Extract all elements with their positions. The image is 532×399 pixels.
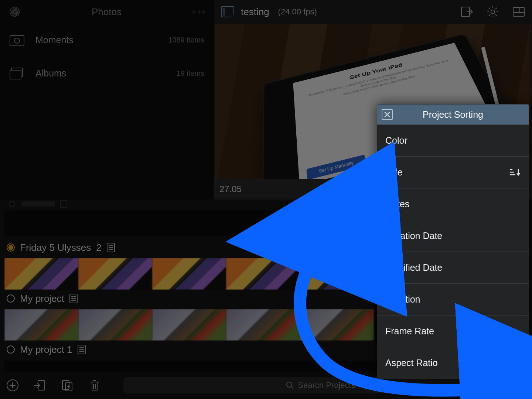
moments-icon: [9, 34, 25, 47]
svg-point-13: [491, 10, 495, 14]
svg-point-19: [287, 382, 292, 387]
project-name: My project: [20, 293, 64, 304]
popup-header: Project Sorting: [377, 105, 529, 125]
sort-direction-icon: [509, 168, 521, 177]
add-button[interactable]: [5, 378, 20, 393]
notes-icon[interactable]: [69, 294, 78, 303]
play-button[interactable]: [361, 183, 372, 195]
sort-option-notes[interactable]: Notes: [377, 188, 529, 220]
import-button[interactable]: [33, 378, 47, 393]
sort-option-frame-rate[interactable]: Frame Rate: [377, 315, 529, 347]
search-placeholder: Search Projects: [298, 381, 355, 390]
more-icon[interactable]: [193, 11, 205, 13]
photos-title: Photos: [0, 6, 213, 18]
notes-icon[interactable]: [107, 243, 115, 252]
project-marker-icon[interactable]: [7, 345, 15, 354]
layout-icon[interactable]: [512, 5, 525, 18]
photos-panel: Photos Moments 1089 items Albums 19 item…: [0, 0, 214, 200]
sort-option-color[interactable]: Color: [377, 125, 529, 156]
svg-rect-14: [513, 7, 524, 16]
albums-icon: [9, 67, 25, 80]
add-project-icon[interactable]: [221, 6, 234, 17]
row-count: 19 items: [176, 69, 204, 78]
close-button[interactable]: [382, 109, 393, 120]
sort-projects-button[interactable]: [508, 377, 525, 393]
svg-rect-8: [10, 35, 24, 46]
row-label: Albums: [35, 68, 176, 79]
search-projects-input[interactable]: Search Projects: [123, 377, 518, 393]
gear-icon[interactable]: [486, 5, 499, 18]
trash-button[interactable]: [87, 378, 102, 393]
row-label: Moments: [35, 35, 168, 45]
photos-row-moments[interactable]: Moments 1089 items: [0, 24, 213, 57]
row-count: 1089 items: [168, 36, 204, 44]
photos-row-albums[interactable]: Albums 19 items: [0, 57, 213, 90]
project-marker-icon[interactable]: [7, 243, 15, 252]
sort-option-duration[interactable]: Duration: [377, 283, 529, 315]
project-title: testing: [241, 6, 269, 18]
timecode: 27.05: [219, 184, 242, 194]
sort-option-aspect-ratio[interactable]: Aspect Ratio: [377, 347, 529, 379]
svg-rect-11: [10, 70, 21, 79]
prev-frame-button[interactable]: [335, 183, 347, 195]
export-icon[interactable]: [460, 5, 474, 18]
notes-icon[interactable]: [78, 345, 86, 354]
popup-title: Project Sorting: [423, 109, 483, 120]
duplicate-button[interactable]: [60, 378, 75, 393]
header-tools: [460, 5, 525, 18]
app-root: Photos Moments 1089 items Albums 19 item…: [0, 0, 532, 399]
preview-header: testing (24.00 fps): [214, 0, 532, 24]
photos-header: Photos: [0, 0, 213, 24]
project-fps: (24.00 fps): [278, 7, 317, 17]
project-sorting-popup: Project Sorting Color Title Notes Creati…: [377, 104, 529, 379]
svg-point-9: [14, 38, 20, 43]
project-name: My project 1: [20, 344, 72, 355]
sort-option-title[interactable]: Title: [377, 156, 529, 188]
project-name: Friday 5 Ulysses: [20, 242, 91, 253]
project-marker-icon[interactable]: [7, 294, 15, 303]
sort-option-creation-date[interactable]: Creation Date: [377, 220, 529, 252]
project-clip-count: 2: [96, 242, 101, 253]
sort-option-modified-date[interactable]: Modified Date: [377, 252, 529, 283]
